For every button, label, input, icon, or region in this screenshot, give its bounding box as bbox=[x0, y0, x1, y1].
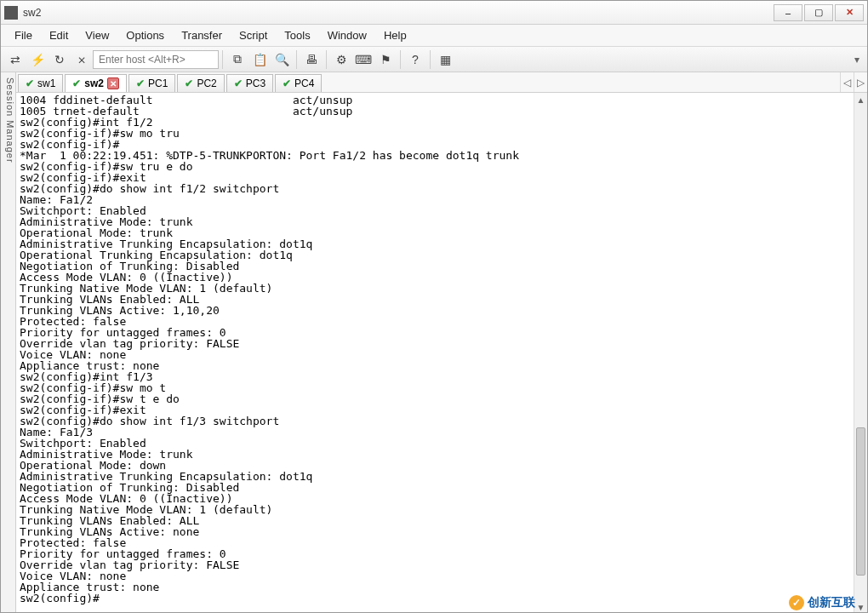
status-check-icon: ✔ bbox=[136, 77, 145, 89]
window-titlebar: sw2 – ▢ ✕ bbox=[1, 1, 867, 25]
toolbar: ⇄ ⚡ ↻ ⨉ ⧉ 📋 🔍 🖶 ⚙ ⌨ ⚑ ? ▦ ▾ bbox=[1, 47, 867, 72]
watermark-logo-icon: ✓ bbox=[789, 595, 804, 610]
tab-label: PC3 bbox=[246, 77, 266, 89]
quick-connect-icon[interactable]: ⚡ bbox=[27, 49, 48, 70]
tab-pc1[interactable]: ✔ PC1 bbox=[128, 74, 175, 92]
scroll-down-icon[interactable]: ▼ bbox=[854, 600, 867, 613]
watermark: ✓ 创新互联 bbox=[789, 595, 855, 610]
tab-sw2[interactable]: ✔ sw2 ✕ bbox=[65, 74, 127, 92]
copy-icon[interactable]: ⧉ bbox=[227, 49, 248, 70]
help-icon[interactable]: ? bbox=[405, 49, 425, 70]
reconnect-icon[interactable]: ↻ bbox=[49, 49, 70, 70]
menu-tools[interactable]: Tools bbox=[276, 26, 318, 45]
session-manager-panel-tab[interactable]: Session Manager bbox=[1, 72, 16, 613]
status-check-icon: ✔ bbox=[185, 77, 193, 89]
connect-icon[interactable]: ⇄ bbox=[5, 49, 26, 70]
close-tab-icon[interactable]: ✕ bbox=[107, 77, 119, 89]
status-check-icon: ✔ bbox=[26, 77, 34, 89]
window-title: sw2 bbox=[23, 7, 772, 19]
menu-options[interactable]: Options bbox=[117, 26, 173, 45]
find-icon[interactable]: 🔍 bbox=[271, 49, 292, 70]
toolbar-separator bbox=[296, 50, 297, 69]
status-check-icon: ✔ bbox=[234, 77, 243, 89]
disconnect-icon[interactable]: ⨉ bbox=[71, 49, 92, 70]
status-check-icon: ✔ bbox=[283, 77, 291, 89]
toolbar-separator bbox=[222, 50, 223, 69]
toolbar-separator bbox=[430, 50, 431, 69]
watermark-text: 创新互联 bbox=[808, 595, 855, 610]
maximize-button[interactable]: ▢ bbox=[804, 4, 833, 21]
terminal-output[interactable]: 1004 fddinet-default act/unsup 1005 trne… bbox=[16, 93, 854, 613]
tab-pc2[interactable]: ✔ PC2 bbox=[177, 74, 224, 92]
tab-pc3[interactable]: ✔ PC3 bbox=[226, 74, 273, 92]
window-controls: – ▢ ✕ bbox=[772, 4, 864, 21]
close-button[interactable]: ✕ bbox=[835, 4, 864, 21]
host-input[interactable] bbox=[93, 50, 219, 69]
scrollbar-track[interactable] bbox=[854, 106, 867, 600]
paste-icon[interactable]: 📋 bbox=[249, 49, 270, 70]
tab-label: PC4 bbox=[294, 77, 314, 89]
menu-help[interactable]: Help bbox=[375, 26, 415, 45]
flag-icon[interactable]: ⚑ bbox=[375, 49, 396, 70]
status-check-icon: ✔ bbox=[72, 77, 81, 89]
toolbar-overflow-icon[interactable]: ▾ bbox=[850, 49, 864, 70]
scroll-up-icon[interactable]: ▲ bbox=[854, 93, 867, 106]
terminal-pane[interactable]: 1004 fddinet-default act/unsup 1005 trne… bbox=[16, 93, 867, 613]
vertical-scrollbar[interactable]: ▲ ▼ bbox=[854, 93, 867, 613]
tab-sw1[interactable]: ✔ sw1 bbox=[18, 74, 63, 92]
menu-bar: File Edit View Options Transfer Script T… bbox=[1, 25, 867, 47]
print-icon[interactable]: 🖶 bbox=[301, 49, 322, 70]
tab-scroll-left-icon[interactable]: ◁ bbox=[840, 72, 854, 92]
tab-pc4[interactable]: ✔ PC4 bbox=[275, 74, 322, 92]
tab-label: sw1 bbox=[37, 77, 55, 89]
scrollbar-thumb[interactable] bbox=[856, 427, 865, 576]
app-icon bbox=[4, 6, 18, 20]
extra-icon[interactable]: ▦ bbox=[435, 49, 455, 70]
menu-window[interactable]: Window bbox=[319, 26, 375, 45]
minimize-button[interactable]: – bbox=[774, 4, 802, 21]
menu-edit[interactable]: Edit bbox=[41, 26, 77, 45]
tab-label: sw2 bbox=[84, 77, 104, 89]
tab-label: PC1 bbox=[148, 77, 168, 89]
settings-icon[interactable]: ⚙ bbox=[331, 49, 351, 70]
session-tab-bar: ✔ sw1 ✔ sw2 ✕ ✔ PC1 ✔ PC2 ✔ PC3 ✔ bbox=[16, 72, 867, 93]
menu-transfer[interactable]: Transfer bbox=[173, 26, 231, 45]
menu-file[interactable]: File bbox=[6, 26, 41, 45]
menu-view[interactable]: View bbox=[77, 26, 117, 45]
tab-label: PC2 bbox=[197, 77, 216, 89]
toolbar-separator bbox=[400, 50, 401, 69]
toolbar-separator bbox=[326, 50, 327, 69]
menu-script[interactable]: Script bbox=[231, 26, 276, 45]
keyboard-icon[interactable]: ⌨ bbox=[353, 49, 374, 70]
tab-scroll-right-icon[interactable]: ▷ bbox=[854, 72, 867, 92]
